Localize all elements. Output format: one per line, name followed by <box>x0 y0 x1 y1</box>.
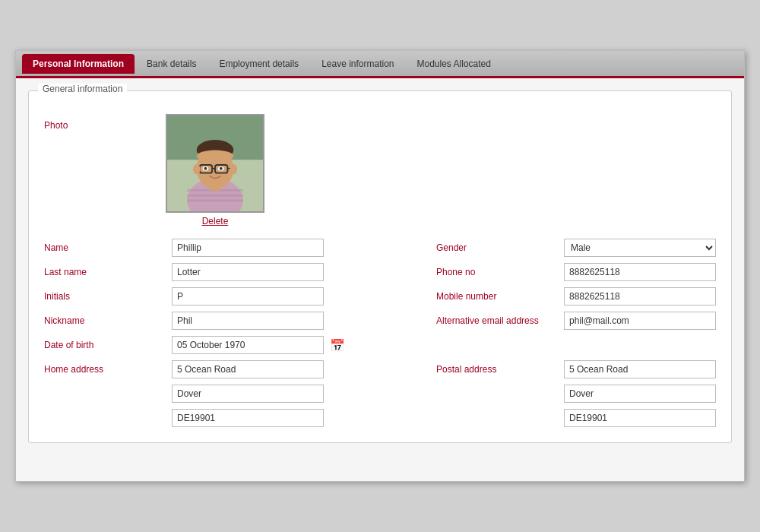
postal-address-line1-input[interactable] <box>564 360 716 378</box>
postal-address-line3-input[interactable] <box>564 409 716 427</box>
tab-bank-details[interactable]: Bank details <box>136 54 207 74</box>
dob-input[interactable] <box>172 336 324 354</box>
postal-address-line2-input[interactable] <box>564 385 716 403</box>
alt-email-label: Alternative email address <box>436 315 558 326</box>
svg-point-18 <box>220 167 223 170</box>
general-information-section: General information Photo <box>28 90 732 443</box>
svg-point-17 <box>204 167 207 170</box>
name-input[interactable] <box>172 239 324 257</box>
photo-row: Photo <box>44 106 716 226</box>
initials-label: Initials <box>44 291 166 302</box>
photo-block: Delete <box>166 114 264 226</box>
home-address-line1-input[interactable] <box>172 360 324 378</box>
tab-personal-information[interactable]: Personal Information <box>22 54 135 74</box>
tab-leave-information[interactable]: Leave information <box>311 54 404 74</box>
svg-point-20 <box>230 164 237 175</box>
tab-employment-details[interactable]: Employment details <box>208 54 309 74</box>
person-photo <box>167 114 263 213</box>
tab-bar: Personal Information Bank details Employ… <box>16 51 744 78</box>
phone-label: Phone no <box>436 267 558 277</box>
main-container: Personal Information Bank details Employ… <box>15 50 745 482</box>
svg-rect-5 <box>187 199 243 201</box>
delete-photo-link[interactable]: Delete <box>202 216 229 226</box>
home-address-label: Home address <box>44 364 166 375</box>
tab-modules-allocated[interactable]: Modules Allocated <box>407 54 502 74</box>
postal-address-label: Postal address <box>436 364 558 375</box>
alt-email-input[interactable] <box>564 312 716 330</box>
dob-label: Date of birth <box>44 340 166 350</box>
photo-frame <box>166 114 264 213</box>
mobile-label: Mobile number <box>436 291 558 302</box>
section-title: General information <box>38 84 127 94</box>
phone-input[interactable] <box>564 263 716 281</box>
calendar-icon[interactable]: 📅 <box>330 338 360 353</box>
lastname-label: Last name <box>44 267 166 277</box>
nickname-input[interactable] <box>172 312 324 330</box>
svg-rect-4 <box>187 195 243 197</box>
photo-label: Photo <box>44 114 166 131</box>
mobile-input[interactable] <box>564 287 716 306</box>
form-fields-grid: Name Gender Male Female Other Last name … <box>44 239 716 427</box>
nickname-label: Nickname <box>44 315 166 326</box>
gender-select[interactable]: Male Female Other <box>564 239 716 257</box>
home-address-line3-input[interactable] <box>172 409 324 427</box>
content-area: General information Photo <box>16 78 744 481</box>
svg-point-19 <box>193 164 201 175</box>
gender-label: Gender <box>436 242 558 253</box>
lastname-input[interactable] <box>172 263 324 281</box>
home-address-line2-input[interactable] <box>172 385 324 403</box>
initials-input[interactable] <box>172 287 324 306</box>
svg-point-9 <box>197 150 233 163</box>
name-label: Name <box>44 242 166 253</box>
